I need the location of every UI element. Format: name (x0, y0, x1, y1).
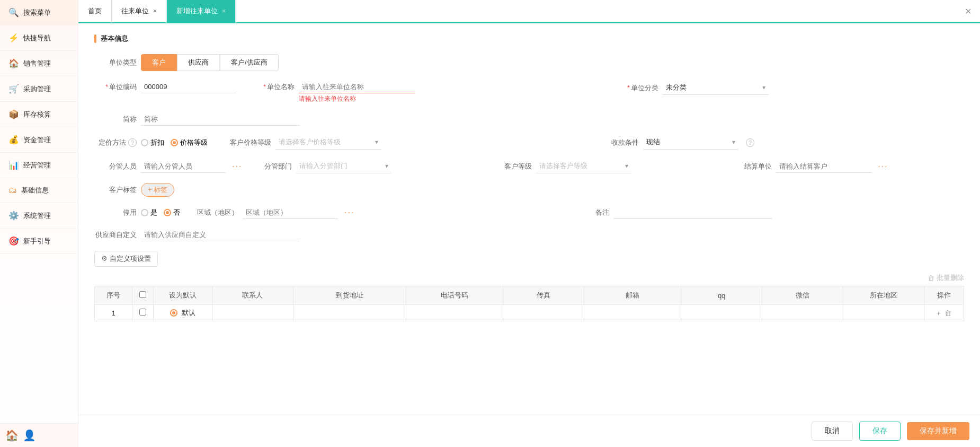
unit-category-select[interactable]: 未分类 ▾ (663, 81, 769, 95)
cell-default: 默认 (154, 305, 212, 321)
disable-label: 停用 (94, 208, 137, 217)
wechat-input[interactable] (781, 309, 824, 317)
col-header-default: 设为默认 (154, 286, 212, 305)
row-checkbox[interactable] (139, 309, 146, 315)
col-header-location: 所在地区 (843, 286, 924, 305)
user-bottom-icon[interactable]: 👤 (23, 429, 36, 442)
custom-settings-button[interactable]: ⚙ 自定义项设置 (94, 251, 158, 267)
guide-icon: 🎯 (8, 236, 19, 246)
disable-radio-group: 是 否 (141, 208, 180, 217)
pricing-tooltip-icon[interactable]: ? (128, 138, 137, 147)
region-input[interactable] (243, 206, 338, 219)
sidebar-item-finance[interactable]: 💰 资金管理 (0, 127, 78, 153)
supplier-custom-input[interactable] (141, 229, 300, 241)
delete-row-icon[interactable]: 🗑 (945, 309, 951, 317)
pricing-discount-label: 折扣 (150, 138, 164, 147)
inventory-icon: 📦 (8, 109, 19, 119)
row-actions: + 🗑 (930, 309, 958, 317)
tab-home-label: 首页 (88, 6, 102, 16)
unit-name-field: *单位名称 (252, 81, 600, 93)
unit-type-label: 单位类型 (94, 58, 137, 67)
sidebar-item-label: 搜索菜单 (23, 8, 51, 17)
tab-partners[interactable]: 往来单位 × (112, 0, 167, 23)
settlement-unit-more-icon[interactable]: ··· (876, 162, 890, 171)
sidebar-item-quicknav[interactable]: ⚡ 快捷导航 (0, 25, 78, 51)
qq-input[interactable] (700, 309, 743, 317)
window-close-button[interactable]: ✕ (956, 0, 980, 23)
disable-radio-no[interactable]: 否 (164, 208, 180, 217)
contact-input[interactable] (231, 309, 274, 317)
unit-btn-supplier[interactable]: 供应商 (177, 54, 220, 71)
col-header-fax: 传真 (503, 286, 584, 305)
save-button[interactable]: 保存 (859, 422, 901, 441)
sidebar-item-guide[interactable]: 🎯 新手引导 (0, 229, 78, 254)
remark-input[interactable] (613, 206, 772, 219)
pricing-radio-level[interactable]: 价格等级 (171, 138, 208, 147)
unit-btn-customer[interactable]: 客户 (141, 54, 177, 71)
col-header-phone: 电话号码 (406, 286, 503, 305)
tab-home[interactable]: 首页 (78, 0, 112, 23)
tab-partners-close[interactable]: × (153, 7, 157, 15)
unit-category-field: *单位分类 未分类 ▾ (616, 81, 964, 95)
unit-btn-both[interactable]: 客户/供应商 (220, 54, 279, 71)
sidebar-item-label: 库存核算 (23, 110, 51, 119)
search-icon: 🔍 (8, 7, 19, 17)
manager-input[interactable] (141, 160, 226, 173)
discount-radio-circle (141, 139, 148, 146)
sidebar: 🔍 搜索菜单 ⚡ 快捷导航 🏠 销售管理 🛒 采购管理 📦 库存核算 💰 资金管… (0, 0, 78, 447)
disable-no-circle (164, 209, 171, 216)
customer-level-select[interactable]: 请选择客户等级 ▾ (536, 159, 631, 173)
default-radio[interactable]: 默认 (159, 308, 207, 318)
manager-more-icon[interactable]: ··· (230, 162, 244, 171)
add-row-icon[interactable]: + (937, 309, 941, 317)
finance-icon: 💰 (8, 135, 19, 145)
short-name-input[interactable] (141, 113, 300, 126)
select-all-checkbox[interactable] (139, 291, 146, 298)
sidebar-item-basic[interactable]: 🗂 基础信息 (0, 178, 78, 203)
remark-field: 备注 (588, 206, 964, 219)
fax-input[interactable] (522, 309, 565, 317)
payment-terms-value: 现结 (646, 137, 660, 147)
disable-field: 停用 是 否 (94, 208, 180, 217)
customer-price-level-select[interactable]: 请选择客户价格等级 ▾ (275, 135, 381, 150)
email-input[interactable] (606, 309, 659, 317)
cell-phone (406, 305, 503, 321)
home-bottom-icon[interactable]: 🏠 (5, 429, 19, 442)
department-select[interactable]: 请输入分管部门 ▾ (296, 159, 391, 173)
cancel-button[interactable]: 取消 (812, 422, 853, 441)
payment-terms-tooltip-icon[interactable]: ? (746, 138, 754, 147)
save-new-button[interactable]: 保存并新增 (907, 422, 969, 440)
phone-input[interactable] (428, 309, 481, 317)
tab-new-partner-label: 新增往来单位 (176, 6, 218, 16)
region-more-icon[interactable]: ··· (342, 208, 357, 217)
unit-code-input[interactable] (141, 81, 236, 93)
unit-category-label: *单位分类 (616, 83, 658, 93)
department-placeholder: 请输入分管部门 (299, 161, 348, 171)
form-row-unit-type: 单位类型 客户 供应商 客户/供应商 (94, 54, 964, 71)
delivery-input[interactable] (318, 309, 381, 317)
payment-terms-select[interactable]: 现结 ▾ (643, 135, 738, 150)
sidebar-item-operations[interactable]: 📊 经营管理 (0, 153, 78, 178)
sidebar-item-system[interactable]: ⚙️ 系统管理 (0, 203, 78, 229)
sidebar-item-search[interactable]: 🔍 搜索菜单 (0, 0, 78, 25)
tab-new-partner-close[interactable]: × (222, 7, 226, 15)
sidebar-item-inventory[interactable]: 📦 库存核算 (0, 102, 78, 127)
section-basic-info-header: 基本信息 (94, 34, 964, 43)
pricing-radio-discount[interactable]: 折扣 (141, 138, 164, 147)
cell-email (584, 305, 681, 321)
purchase-icon: 🛒 (8, 84, 19, 94)
batch-delete-area[interactable]: 🗑 批量删除 (94, 273, 964, 283)
tab-bar: 首页 往来单位 × 新增往来单位 × ✕ (78, 0, 980, 23)
sidebar-item-purchase[interactable]: 🛒 采购管理 (0, 76, 78, 102)
supplier-custom-field: 供应商自定义 (94, 229, 964, 241)
cell-contact (212, 305, 293, 321)
location-input[interactable] (862, 309, 905, 317)
sidebar-item-label: 经营管理 (23, 161, 51, 170)
disable-radio-yes[interactable]: 是 (141, 208, 157, 217)
unit-name-input[interactable] (299, 81, 415, 93)
tab-new-partner[interactable]: 新增往来单位 × (167, 0, 236, 23)
region-label: 区域（地区） (196, 208, 238, 217)
sidebar-item-sales[interactable]: 🏠 销售管理 (0, 51, 78, 76)
settlement-unit-input[interactable] (776, 160, 871, 173)
add-tag-button[interactable]: + 标签 (141, 183, 174, 197)
